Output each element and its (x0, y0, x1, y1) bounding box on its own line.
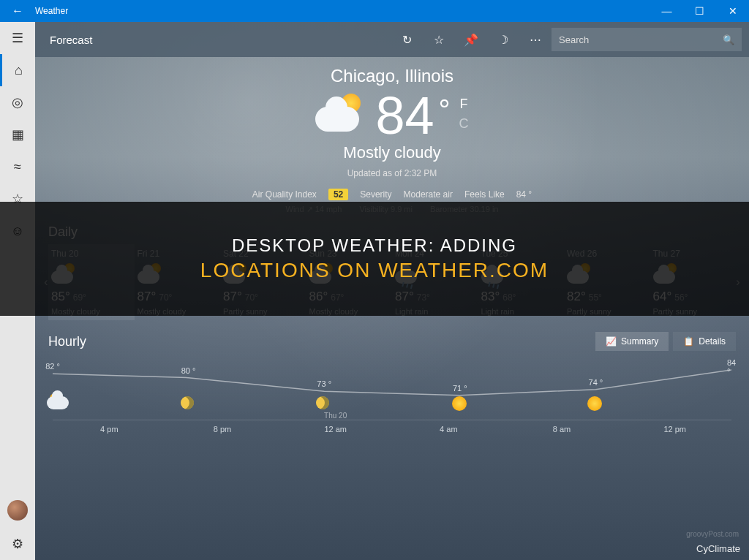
tab-summary[interactable]: 📈Summary (595, 332, 669, 351)
hour-tick: 4 am (392, 420, 505, 434)
watermark: CyClimate (696, 543, 740, 554)
moon-icon (316, 396, 332, 412)
refresh-icon[interactable]: ↻ (391, 33, 423, 47)
current-conditions: Chicago, Illinois 84 ° F C Mostly cloudy… (35, 57, 749, 220)
hour-tick: 12 amThu 20 (279, 420, 392, 434)
aqi-label: Air Quality Index (252, 189, 317, 200)
home-icon[interactable]: ⌂ (0, 54, 35, 86)
window-titlebar: ← Weather — ☐ ✕ (0, 0, 749, 22)
feels-like-value: 84 ° (516, 189, 532, 200)
hour-tick: 4 pm (53, 420, 166, 434)
unit-fahrenheit[interactable]: F (459, 97, 469, 112)
back-button[interactable]: ← (0, 4, 35, 18)
overlay-line2: LOCATIONS ON WEATHER.COM (200, 259, 549, 282)
aqi-badge: 52 (328, 189, 348, 200)
point-label: 74 ° (589, 378, 603, 387)
favorite-icon[interactable]: ☆ (423, 33, 455, 47)
search-placeholder: Search (559, 34, 723, 45)
severity-value: Moderate air (404, 189, 453, 200)
point-label: 71 ° (453, 384, 467, 393)
weather-icon (315, 94, 366, 135)
feels-like-label: Feels Like (464, 189, 505, 200)
unit-celsius[interactable]: C (459, 116, 469, 132)
pin-icon[interactable]: 📌 (455, 33, 487, 47)
hour-tick: 8 pm (166, 420, 279, 434)
search-input[interactable]: Search 🔍 (552, 28, 742, 51)
source-brand: groovyPost.com (686, 530, 739, 538)
maximize-button[interactable]: ☐ (683, 5, 716, 17)
hour-tick: 12 pm (618, 420, 731, 434)
section-title: Forecast (50, 34, 92, 46)
sun-icon (452, 396, 468, 412)
hourly-forecast: Hourly 📈Summary 📋Details 82 °80 °73 °71 … (35, 320, 749, 453)
history-icon[interactable]: ≈ (0, 151, 35, 183)
tab-details[interactable]: 📋Details (673, 332, 736, 351)
point-label: 84 ° (727, 358, 736, 376)
sun-icon (587, 396, 603, 412)
point-label: 80 ° (181, 366, 196, 375)
search-icon: 🔍 (723, 34, 734, 45)
maps-icon[interactable]: ▦ (0, 118, 35, 151)
close-button[interactable]: ✕ (716, 5, 749, 17)
app-title: Weather (35, 6, 650, 16)
location-name: Chicago, Illinois (35, 66, 749, 86)
overlay-line1: DESKTOP WEATHER: ADDING (232, 235, 517, 256)
partly-cloudy-icon (47, 393, 63, 409)
hour-tick: 8 am (505, 420, 619, 434)
menu-icon[interactable]: ☰ (0, 22, 35, 54)
moon-icon (181, 396, 197, 412)
more-icon[interactable]: ⋯ (519, 33, 552, 47)
minimize-button[interactable]: — (650, 5, 683, 17)
overlay-banner: DESKTOP WEATHER: ADDING LOCATIONS ON WEA… (0, 202, 749, 316)
point-label: 82 ° (45, 362, 60, 371)
theme-icon[interactable]: ☽ (487, 33, 519, 47)
radar-icon[interactable]: ◎ (0, 86, 35, 118)
condition-text: Mostly cloudy (35, 143, 749, 162)
user-avatar[interactable] (7, 500, 28, 521)
hourly-chart: 82 °80 °73 °71 °74 °84 ° 4 pm8 pm12 amTh… (53, 358, 731, 453)
updated-time: Updated as of 2:32 PM (35, 168, 749, 178)
current-temp: 84 (375, 89, 434, 142)
degree-symbol: ° (439, 94, 451, 126)
severity-label: Severity (360, 189, 391, 200)
point-label: 73 ° (317, 379, 331, 388)
command-bar: Forecast ↻ ☆ 📌 ☽ ⋯ Search 🔍 (35, 22, 749, 57)
settings-icon[interactable]: ⚙ (0, 528, 35, 560)
hourly-label: Hourly (48, 334, 591, 349)
